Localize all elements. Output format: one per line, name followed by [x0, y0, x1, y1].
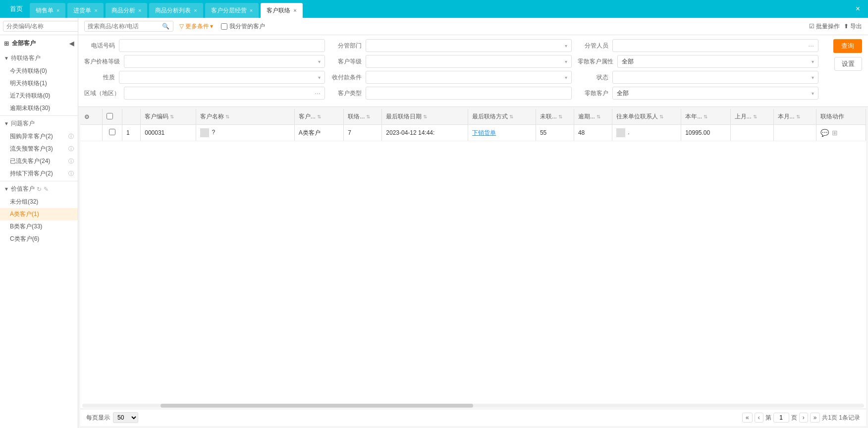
filter-select-nature[interactable]: ▾: [119, 71, 325, 84]
page-size-select[interactable]: 50 100 200: [113, 412, 138, 423]
sidebar-search-input[interactable]: [3, 21, 78, 32]
page-input[interactable]: [773, 413, 789, 423]
select-all-checkbox[interactable]: [107, 113, 113, 119]
nav-tab-customer-contact[interactable]: 客户联络 ×: [261, 3, 302, 18]
sidebar-group-value[interactable]: ▼ 价值客户 ↻ ✎: [0, 182, 78, 196]
th-contact[interactable]: 联络... ⇅: [344, 109, 382, 125]
last-method-link[interactable]: 下销货单: [472, 129, 496, 136]
close-tab-sales[interactable]: ×: [56, 7, 59, 13]
filter-more-button[interactable]: ▽ 更多条件 ▾: [179, 22, 213, 31]
close-all-tabs[interactable]: ×: [852, 4, 864, 13]
page-size-label: 每页显示: [86, 414, 110, 422]
sidebar-item-class-c[interactable]: C类客户(6): [0, 233, 78, 245]
sidebar-item-class-a[interactable]: A类客户(1): [0, 208, 78, 220]
filter-select-customer-level[interactable]: ▾: [366, 55, 572, 68]
th-no-contact[interactable]: 未联... ⇅: [536, 109, 574, 125]
filter-select-price-level[interactable]: ▾: [124, 55, 325, 68]
sort-icon-this-month: ⇅: [796, 114, 800, 119]
td-type: A类客户: [294, 125, 343, 141]
sidebar-collapse-button[interactable]: ◀: [69, 40, 74, 47]
td-name[interactable]: ?: [196, 125, 295, 141]
close-tab-customer-contact[interactable]: ×: [293, 7, 296, 13]
filter-select-retail-attr[interactable]: 全部 ▾: [617, 55, 818, 68]
last-page-button[interactable]: »: [810, 413, 820, 423]
filter-search-input[interactable]: [88, 23, 162, 30]
th-checkbox[interactable]: [103, 109, 122, 125]
help-icon-churn-warn[interactable]: ⓘ: [68, 145, 74, 153]
first-page-button[interactable]: «: [742, 413, 753, 423]
grid-action-icon[interactable]: ⊞: [832, 129, 838, 137]
nav-tab-customer-tier[interactable]: 客户分层经营 ×: [205, 3, 259, 18]
batch-op-button[interactable]: ☑ 批量操作: [809, 22, 840, 31]
sidebar-group-pending[interactable]: ▼ 待联络客户: [0, 52, 78, 65]
th-this-year[interactable]: 本年... ⇅: [681, 109, 730, 125]
my-customers-filter[interactable]: 我分管的客户: [221, 22, 265, 31]
th-this-month[interactable]: 本月... ⇅: [773, 109, 816, 125]
chat-icon[interactable]: 💬: [820, 129, 829, 137]
query-button[interactable]: 查询: [833, 39, 862, 53]
td-checkbox[interactable]: [103, 125, 122, 141]
sidebar-group-problem[interactable]: ▼ 问题客户: [0, 117, 78, 130]
filter-select-payment[interactable]: ▾: [366, 71, 572, 84]
sidebar-all-customers[interactable]: ⊞ 全部客户 ◀: [0, 35, 78, 52]
export-button[interactable]: ⬆ 导出: [844, 22, 862, 31]
table-area: ⚙ 客户编码 ⇅: [80, 109, 866, 426]
sidebar-item-abnormal[interactable]: 囤购异常客户(2) ⓘ: [0, 130, 78, 143]
th-last-date[interactable]: 最后联络日期 ⇅: [382, 109, 468, 125]
th-code[interactable]: 客户编码 ⇅: [141, 109, 196, 125]
sidebar-item-tomorrow[interactable]: 明天待联络(1): [0, 77, 78, 90]
row-checkbox[interactable]: [109, 129, 115, 135]
help-icon-churned[interactable]: ⓘ: [68, 158, 74, 165]
sidebar-item-overdue[interactable]: 逾期未联络(30): [0, 102, 78, 114]
th-overdue[interactable]: 逾期... ⇅: [574, 109, 612, 125]
prev-page-button[interactable]: ‹: [755, 413, 763, 423]
my-customers-checkbox[interactable]: [221, 23, 227, 30]
next-page-button[interactable]: ›: [799, 413, 808, 423]
th-type[interactable]: 客户... ⇅: [294, 109, 343, 125]
nav-home[interactable]: 首页: [4, 0, 29, 18]
filter-select-region[interactable]: ···: [124, 87, 325, 100]
filter-select-dept[interactable]: ▾: [366, 39, 572, 52]
filter-select-status[interactable]: ▾: [612, 71, 818, 84]
sort-icon-no-contact: ⇅: [558, 114, 562, 119]
sidebar-item-7days[interactable]: 近7天待联络(0): [0, 90, 78, 102]
filter-label-phone: 电话号码: [84, 42, 119, 50]
nav-tab-sales[interactable]: 销售单 ×: [30, 3, 65, 18]
dots-region: ···: [315, 89, 321, 97]
funnel-icon: ▽: [179, 23, 184, 30]
filter-select-retail[interactable]: 全部 ▾: [612, 87, 818, 100]
close-tab-customer-tier[interactable]: ×: [250, 7, 253, 13]
nav-tab-analysis-list[interactable]: 商品分析列表 ×: [149, 3, 203, 18]
refresh-icon[interactable]: ↻: [37, 186, 42, 193]
filter-search-icon[interactable]: 🔍: [162, 23, 169, 30]
nav-tab-analysis[interactable]: 商品分析 ×: [106, 3, 147, 18]
td-no-contact: 55: [536, 125, 574, 141]
sidebar-item-class-b[interactable]: B类客户(33): [0, 220, 78, 233]
horizontal-scrollbar[interactable]: [82, 404, 864, 408]
edit-group-icon[interactable]: ✎: [44, 186, 49, 193]
sidebar-item-today[interactable]: 今天待联络(0): [0, 65, 78, 77]
close-tab-analysis[interactable]: ×: [138, 7, 141, 13]
filter-input-cust-type[interactable]: [366, 87, 572, 100]
th-unit-contact[interactable]: 往来单位联系人 ⇅: [612, 109, 681, 125]
scroll-area[interactable]: ⚙ 客户编码 ⇅: [80, 109, 866, 403]
sidebar-item-churned[interactable]: 已流失客户(24) ⓘ: [0, 155, 78, 167]
th-last-month[interactable]: 上月... ⇅: [730, 109, 773, 125]
arrow-level: ▾: [565, 59, 567, 64]
help-icon-abnormal[interactable]: ⓘ: [68, 133, 74, 140]
page-nav: « ‹ 第 页 › » 共1页 1条记录: [742, 413, 860, 423]
filter-select-manager[interactable]: ···: [612, 39, 818, 52]
th-settings[interactable]: ⚙: [80, 109, 103, 125]
sidebar-item-declining[interactable]: 持续下滑客户(2) ⓘ: [0, 167, 78, 180]
settings-button[interactable]: 设置: [834, 57, 862, 71]
help-icon-declining[interactable]: ⓘ: [68, 170, 74, 177]
close-tab-analysis-list[interactable]: ×: [194, 7, 197, 13]
filter-input-phone[interactable]: [119, 39, 325, 52]
nav-tab-purchase[interactable]: 进货单 ×: [67, 3, 103, 18]
th-last-method[interactable]: 最后联络方式 ⇅: [468, 109, 536, 125]
td-last-method[interactable]: 下销货单: [468, 125, 536, 141]
close-tab-purchase[interactable]: ×: [94, 7, 97, 13]
th-name[interactable]: 客户名称 ⇅: [196, 109, 295, 125]
sidebar-item-ungrouped[interactable]: 未分组(32): [0, 196, 78, 208]
sidebar-item-churn-warn[interactable]: 流失预警客户(3) ⓘ: [0, 143, 78, 155]
